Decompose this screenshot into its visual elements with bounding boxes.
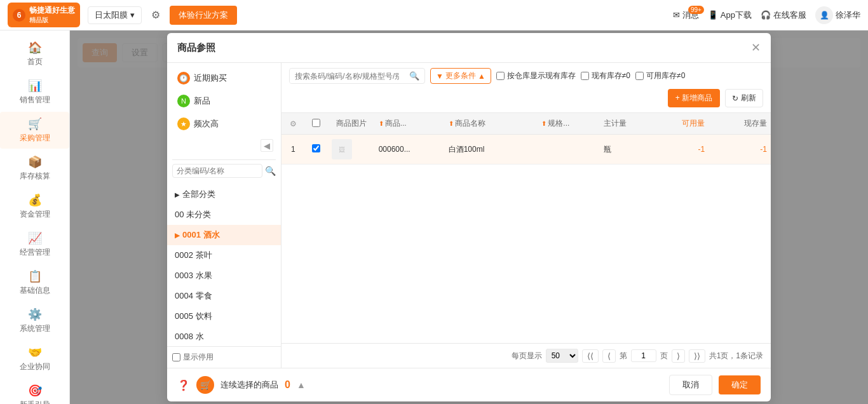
page-suffix-label: 页 [660,351,668,361]
product-search-box: 🔍 [289,68,425,84]
toolbar-right-actions: + 新增商品 ↻ 刷新 [668,89,763,107]
row-checkbox[interactable] [312,144,320,152]
th-code[interactable]: ⬆ 商品... [375,113,445,135]
table-row[interactable]: 1 🖼 [281,135,771,165]
avail-ne0-filter-check[interactable]: 可用库存≠0 [635,71,685,81]
sidebar-item-purchase[interactable]: 🛒 采购管理 [0,112,69,149]
messages-nav[interactable]: ✉ 消息 99+ [673,10,699,21]
phone-icon: 📱 [708,10,718,20]
cat-item-water[interactable]: 0008 水 [167,327,281,346]
sort-icon-name: ⬆ [449,120,454,127]
image-placeholder-icon: 🖼 [339,146,345,153]
quick-freq-label: 频次高 [194,118,219,130]
avatar: 👤 [815,6,833,24]
cancel-button[interactable]: 取消 [669,375,712,395]
modal-footer: ❓ 🛒 连续选择的商品 0 ▲ 取消 确定 [167,368,771,401]
th-unit: 主计量 [600,113,646,135]
warehouse-filter-input[interactable] [496,72,505,80]
refresh-icon: ↻ [732,94,738,103]
sidebar-item-finance[interactable]: 💰 资金管理 [0,188,69,225]
th-stock-label: 现存量 [744,119,767,128]
avail-ne0-input[interactable] [635,72,644,80]
th-spec[interactable]: ⬆ 规格... [538,113,600,135]
sidebar-label-purchase: 采购管理 [20,133,50,144]
cat-item-beverages[interactable]: 0005 饮料 [167,306,281,327]
page-prefix-label: 第 [620,351,627,361]
th-available: 可用量 [646,113,709,135]
category-list: ▶ 全部分类 00 未分类 ▶ 0001 酒水 0002 茶 [167,182,281,346]
cat-item-snacks[interactable]: 0004 零食 [167,286,281,306]
quick-item-recent[interactable]: 🕐 近期购买 [172,68,276,88]
confirm-button[interactable]: 确定 [719,375,761,394]
prev-page-button[interactable]: ⟨ [602,349,616,363]
th-name[interactable]: ⬆ 商品名称 [445,113,538,135]
service-label: 在线客服 [773,10,806,21]
th-unit-label: 主计量 [604,119,627,128]
next-page-button[interactable]: ⟩ [672,349,685,363]
select-all-checkbox[interactable] [312,119,320,127]
sidebar-label-finance: 资金管理 [20,209,50,220]
cat-triangle-icon: ▶ [175,191,180,198]
more-filters-button[interactable]: ▼ 更多条件 ▲ [430,68,491,84]
stock-ne0-filter-check[interactable]: 现有库存≠0 [581,71,630,81]
quick-item-frequent[interactable]: ★ 频次高 [172,114,276,134]
sidebar-item-newbie[interactable]: 🎯 新手引导 [0,379,69,404]
sort-name[interactable]: ⬆ 商品名称 [449,118,534,129]
top-navigation: 6 畅捷通好生意 精品版 日太阳膜 ▾ ⚙ 体验行业方案 ✉ 消息 99+ 📱 … [0,0,868,30]
warehouse-filter-check[interactable]: 按仓库显示现有库存 [496,71,576,81]
sidebar-label-system: 系统管理 [20,323,50,334]
sidebar-item-home[interactable]: 🏠 首页 [0,36,69,72]
cat-item-fruit[interactable]: 0003 水果 [167,266,281,286]
help-icon[interactable]: ❓ [177,379,190,391]
cat-item-tea[interactable]: 0002 茶叶 [167,245,281,266]
cart-text-label: 连续选择的商品 [220,379,278,391]
product-available: -1 [698,145,705,154]
page-number-input[interactable] [631,349,656,362]
category-search-input[interactable] [172,164,262,178]
user-profile[interactable]: 👤 徐泽华 [815,6,860,24]
cat-item-all[interactable]: ▶ 全部分类 [167,184,281,205]
collapse-panel-button[interactable]: ◀ [261,139,273,152]
show-disabled-checkbox[interactable]: 显示停用 [172,352,214,363]
stock-ne0-input[interactable] [581,72,589,80]
nav-center: 日太阳膜 ▾ ⚙ 体验行业方案 [88,6,665,25]
collapse-footer-icon[interactable]: ▲ [297,380,306,390]
sidebar-item-system[interactable]: ⚙️ 系统管理 [0,302,69,339]
logo-icon: 6 [13,9,25,22]
trial-button[interactable]: 体验行业方案 [170,6,237,25]
sidebar-item-enterprise[interactable]: 🤝 企业协同 [0,340,69,377]
cart-icon[interactable]: 🛒 [196,376,214,394]
modal-header: 商品参照 ✕ [167,33,771,63]
settings-col-icon[interactable]: ⚙ [290,119,297,128]
category-search-icon[interactable]: 🔍 [265,166,276,176]
cell-image: 🖼 [328,135,374,165]
app-download-nav[interactable]: 📱 App下载 [708,10,752,21]
sidebar-item-inventory[interactable]: 📦 库存核算 [0,150,69,187]
search-icon[interactable]: 🔍 [404,69,424,83]
online-service-nav[interactable]: 🎧 在线客服 [761,10,806,21]
cat-fruit-label: 0003 水果 [175,270,212,281]
add-product-button[interactable]: + 新增商品 [668,89,720,107]
settings-gear-icon[interactable]: ⚙ [147,6,165,24]
sort-code[interactable]: ⬆ 商品... [379,118,441,129]
first-page-button[interactable]: ⟨⟨ [582,349,599,363]
sidebar-item-basic-info[interactable]: 📋 基础信息 [0,264,69,301]
sidebar-item-operations[interactable]: 📈 经营管理 [0,226,69,263]
workspace-dropdown[interactable]: 日太阳膜 ▾ [88,6,142,24]
cell-checkbox[interactable] [305,135,329,165]
show-disabled-input[interactable] [172,353,180,361]
cat-item-uncategorized[interactable]: 00 未分类 [167,205,281,225]
per-page-select[interactable]: 50 100 200 [546,349,578,363]
th-stock: 现存量 [709,113,771,135]
product-search-input[interactable] [290,69,404,83]
last-page-button[interactable]: ⟩⟩ [689,349,705,363]
sidebar-item-sales[interactable]: 📊 销售管理 [0,74,69,111]
modal-close-button[interactable]: ✕ [751,41,761,55]
operations-icon: 📈 [28,231,42,245]
th-spec-label: 规格... [548,118,569,129]
home-icon: 🏠 [28,41,42,55]
cat-item-alcohol[interactable]: ▶ 0001 酒水 [167,225,281,245]
quick-item-new[interactable]: N 新品 [172,91,276,111]
sort-spec[interactable]: ⬆ 规格... [541,118,596,129]
refresh-button[interactable]: ↻ 刷新 [725,89,763,107]
